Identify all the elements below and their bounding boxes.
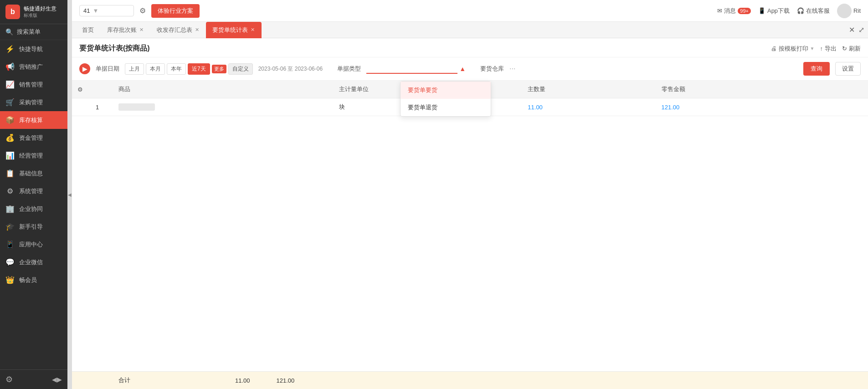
app-download-label: App下载 (767, 7, 790, 15)
filter-expand-btn[interactable]: ▶ (79, 63, 90, 74)
print-icon: 🖨 (771, 45, 777, 52)
expand-tabs-btn[interactable]: ⤢ (858, 26, 864, 34)
sidebar-item-label: 系统管理 (19, 187, 43, 195)
sidebar-item-marketing[interactable]: 📢 营销推广 (0, 58, 67, 76)
sidebar-item-label: 资金管理 (19, 134, 43, 142)
type-dropdown-arrow[interactable]: ▲ (459, 65, 466, 72)
sidebar-item-newbie[interactable]: 🎓 新手引导 (0, 218, 67, 235)
td-product (113, 98, 334, 116)
company-selector[interactable]: 41 ▼ (79, 5, 134, 16)
sidebar-item-operation[interactable]: 📊 经营管理 (0, 147, 67, 164)
tab-recv-summary-label: 收发存汇总表 (157, 26, 192, 34)
appstore-icon: 📱 (5, 240, 15, 249)
tab-order-stats[interactable]: 要货单统计表 ✕ (206, 22, 262, 38)
topbar-gear-icon[interactable]: ⚙ (139, 6, 146, 15)
msg-label: 消息 (724, 7, 736, 15)
export-btn[interactable]: ↑ 导出 (820, 45, 837, 53)
more-dates-badge[interactable]: 更多 (212, 65, 226, 73)
print-expand-icon[interactable]: ▼ (810, 46, 815, 51)
sidebar-item-member[interactable]: 👑 畅会员 (0, 271, 67, 289)
td-amount: 121.00 (656, 98, 817, 116)
th-gear[interactable]: ⚙ (72, 81, 90, 98)
user-area[interactable]: Rit (837, 4, 861, 18)
tab-recv-summary-close[interactable]: ✕ (195, 27, 199, 33)
msg-badge: 99+ (738, 8, 751, 14)
type-select[interactable]: ▲ (366, 64, 466, 74)
system-icon: ⚙ (5, 187, 15, 195)
sidebar-toggle-icon[interactable]: ◀▶ (52, 376, 62, 383)
sidebar-item-label: 营销推广 (19, 63, 43, 71)
quick-nav-icon: ⚡ (5, 45, 15, 53)
sidebar-item-wechat[interactable]: 💬 企业微信 (0, 253, 67, 271)
inventory-icon: 📦 (5, 116, 15, 124)
print-btn[interactable]: 🖨 按模板打印 ▼ (771, 45, 815, 53)
sidebar-item-quick-nav[interactable]: ⚡ 快捷导航 (0, 40, 67, 58)
filter-settings-btn[interactable]: 设置 (835, 62, 861, 76)
this-month-btn[interactable]: 本月 (146, 63, 165, 75)
sidebar-collapse-handle[interactable]: ◀ (67, 0, 72, 389)
query-btn[interactable]: 查询 (803, 62, 830, 76)
sidebar-item-label: 畅会员 (19, 276, 37, 284)
sidebar-search[interactable]: 🔍 搜索菜单 (0, 24, 67, 40)
page-header: 要货单统计表(按商品) 🖨 按模板打印 ▼ ↑ 导出 ↻ 刷新 (72, 38, 868, 57)
table-gear-icon[interactable]: ⚙ (77, 86, 83, 93)
close-all-tabs-btn[interactable]: ✕ (849, 26, 855, 34)
sidebar: b 畅捷通好生意 标准版 🔍 搜索菜单 ⚡ 快捷导航 📢 营销推广 📈 销售管理… (0, 0, 67, 389)
expand-icon: ▶ (82, 65, 87, 72)
prev-month-btn[interactable]: 上月 (125, 63, 144, 75)
logo-icon: b (5, 5, 20, 19)
sidebar-item-label: 基础信息 (19, 169, 43, 178)
operation-icon: 📊 (5, 151, 15, 160)
topbar-right: ✉ 消息 99+ 📱 App下载 🎧 在线客服 Rit (717, 4, 861, 18)
app-download-icon: 📱 (758, 7, 765, 14)
online-service-btn[interactable]: 🎧 在线客服 (797, 7, 830, 15)
custom-date-btn[interactable]: 自定义 (228, 63, 253, 75)
topbar-left: 41 ▼ ⚙ 体验行业方案 (79, 4, 200, 18)
tab-home[interactable]: 首页 (76, 22, 101, 38)
filter-more-icon[interactable]: ··· (509, 65, 515, 73)
tab-order-stats-close[interactable]: ✕ (251, 27, 255, 33)
sidebar-item-sales[interactable]: 📈 销售管理 (0, 76, 67, 93)
td-qty: 11.00 (522, 98, 656, 116)
app-download-btn[interactable]: 📱 App下载 (758, 7, 790, 15)
sidebar-item-label: 经营管理 (19, 152, 43, 160)
settings-icon[interactable]: ⚙ (5, 374, 13, 384)
th-product: 商品 (113, 81, 334, 98)
filter-bar: ▶ 单据日期 上月 本月 本年 近7天 更多 自定义 2023-05-06 至 … (72, 57, 868, 81)
tab-recv-summary[interactable]: 收发存汇总表 ✕ (150, 22, 206, 38)
finance-icon: 💰 (5, 133, 15, 142)
sidebar-item-enterprise[interactable]: 🏢 企业协同 (0, 200, 67, 218)
this-year-btn[interactable]: 本年 (167, 63, 186, 75)
msg-btn[interactable]: ✉ 消息 99+ (717, 7, 751, 15)
basic-icon: 📋 (5, 169, 15, 178)
sidebar-nav: ⚡ 快捷导航 📢 营销推广 📈 销售管理 🛒 采购管理 📦 库存核算 💰 资金管… (0, 40, 67, 369)
content-area: 要货单统计表(按商品) 🖨 按模板打印 ▼ ↑ 导出 ↻ 刷新 (72, 38, 868, 389)
td-index: 1 (90, 98, 113, 116)
sidebar-item-purchase[interactable]: 🛒 采购管理 (0, 93, 67, 111)
sidebar-item-appstore[interactable]: 📱 应用中心 (0, 235, 67, 253)
company-value: 41 (83, 7, 90, 14)
type-input[interactable] (366, 64, 457, 74)
trial-btn[interactable]: 体验行业方案 (151, 4, 200, 18)
print-label: 按模板打印 (779, 45, 808, 53)
dropdown-item-return[interactable]: 要货单退货 (401, 99, 491, 116)
sidebar-item-system[interactable]: ⚙ 系统管理 (0, 182, 67, 200)
tab-batch-account-close[interactable]: ✕ (139, 27, 144, 33)
sidebar-item-label: 销售管理 (19, 81, 43, 89)
tab-batch-account[interactable]: 库存批次账 ✕ (101, 22, 150, 38)
msg-icon: ✉ (717, 7, 722, 14)
tab-home-label: 首页 (82, 26, 94, 34)
refresh-icon: ↻ (842, 45, 847, 52)
refresh-label: 刷新 (849, 45, 861, 53)
sidebar-item-inventory[interactable]: 📦 库存核算 (0, 111, 67, 129)
sidebar-search-label: 搜索菜单 (17, 28, 41, 36)
date-range-text: 2023-05-06 至 2023-06-06 (258, 65, 323, 73)
app-version: 标准版 (24, 12, 56, 18)
refresh-btn[interactable]: ↻ 刷新 (842, 45, 861, 53)
sidebar-item-finance[interactable]: 💰 资金管理 (0, 129, 67, 147)
recent7-btn[interactable]: 近7天 (188, 63, 210, 75)
warehouse-filter-label: 要货仓库 (480, 65, 504, 73)
sidebar-item-basic[interactable]: 📋 基础信息 (0, 164, 67, 182)
dropdown-item-requisition[interactable]: 要货单要货 (401, 82, 491, 99)
th-amount: 零售金额 (656, 81, 817, 98)
